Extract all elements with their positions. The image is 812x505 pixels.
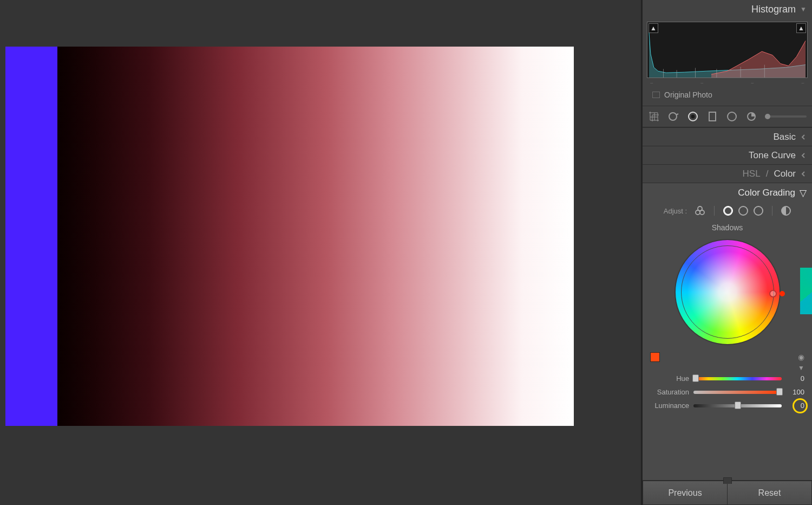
svg-rect-17 [709,112,716,121]
hsl-label: HSL [743,169,761,179]
adjust-label: Adjust : [664,207,687,215]
red-eye-icon[interactable] [687,111,699,122]
tick: − [650,80,653,86]
wheel-outer-ring [681,245,774,339]
highlights-wheel-button[interactable] [754,206,763,216]
adjust-view-switcher: Adjust : [648,203,807,218]
masking-icon[interactable] [706,111,718,122]
panel-title: Basic [773,132,796,143]
saturation-slider-row: Saturation 100 [648,385,807,399]
crop-icon[interactable] [648,111,660,122]
panel-title: Color Grading [738,187,795,198]
expand-sliders-icon[interactable]: ▼ [798,364,804,372]
highlight-ring [793,398,808,413]
wheel-hue-marker[interactable] [780,291,785,296]
color-label: Color [774,169,796,179]
histogram-svg [647,22,807,77]
luminance-slider[interactable] [693,404,782,407]
global-wheel-button[interactable] [781,206,791,216]
color-wheel[interactable] [675,239,781,345]
chevron-down-icon: ▼ [800,5,807,13]
image-gradient [57,47,574,426]
midtones-wheel-button[interactable] [738,206,748,216]
three-way-view-icon[interactable] [695,206,705,216]
checkbox-icon[interactable] [652,92,660,98]
svg-point-18 [728,112,736,121]
resize-notch-icon[interactable] [723,477,732,484]
previous-button[interactable]: Previous [643,481,728,505]
canvas-area [0,0,641,505]
slider-label: Saturation [650,388,689,396]
right-panel: Histogram ▼ ▲ ▲ − − [641,0,812,505]
panel-title: Histogram [751,4,796,15]
wheel-handle[interactable] [769,290,777,297]
color-grading-subtitle: Shadows [648,218,807,235]
tick: − [700,80,704,86]
slider-thumb[interactable] [692,374,699,382]
saturation-slider[interactable] [693,391,782,394]
clipping-overlay-shadows [5,47,57,426]
slider-thumb[interactable] [735,402,741,409]
panel-title: Tone Curve [749,150,796,161]
radial-icon[interactable] [726,111,738,122]
separator: / [766,169,769,179]
histogram-header[interactable]: Histogram ▼ [643,0,812,18]
color-swatch[interactable] [650,352,660,362]
spot-removal-icon[interactable] [667,111,679,122]
divider [772,206,772,216]
tool-size-slider[interactable] [765,115,807,118]
divider [714,206,715,216]
original-photo-row[interactable]: Original Photo [647,86,808,105]
visibility-icon[interactable]: ◉ [798,353,804,361]
luminance-slider-row: Luminance 0 [648,399,807,412]
chevron-left-icon [800,171,807,177]
hue-slider[interactable] [693,377,782,380]
hue-value[interactable]: 0 [786,374,804,383]
slider-thumb[interactable] [776,388,783,396]
saturation-value[interactable]: 100 [786,388,804,396]
wheel-center-dot [726,291,729,293]
image-preview[interactable] [5,47,574,426]
color-wheel-area [648,235,807,349]
chevron-down-icon: ▽ [800,187,807,199]
histogram-display[interactable]: ▲ ▲ [647,22,808,78]
tick: − [801,80,804,86]
chevron-left-icon [800,134,807,140]
adjustment-brush-icon[interactable] [745,111,757,122]
footer-bar: Previous Reset [643,480,812,505]
color-grading-header[interactable]: Color Grading ▽ [648,183,807,203]
chevron-left-icon [800,152,807,159]
histogram-zone-ticks: − − − − [647,78,808,86]
svg-point-14 [669,113,677,120]
shadows-wheel-button[interactable] [723,206,733,216]
slider-label: Luminance [650,402,689,410]
luminance-value[interactable]: 0 [786,402,804,410]
color-grading-panel: Color Grading ▽ Adjust : Shadows [643,183,812,480]
svg-point-22 [698,206,702,211]
tool-strip [643,106,812,127]
hue-slider-row: Hue 0 [648,372,807,385]
svg-point-16 [691,115,695,119]
hsl-color-panel-header[interactable]: HSL / Color [643,164,812,183]
slider-label: Hue [650,374,689,383]
reset-button[interactable]: Reset [728,481,812,505]
basic-panel-header[interactable]: Basic [643,127,812,146]
next-wheel-peek[interactable] [800,268,812,314]
histogram-section: ▲ ▲ − − − − [643,18,812,106]
tick: − [751,80,754,86]
original-photo-label: Original Photo [664,90,712,99]
tone-curve-panel-header[interactable]: Tone Curve [643,146,812,164]
